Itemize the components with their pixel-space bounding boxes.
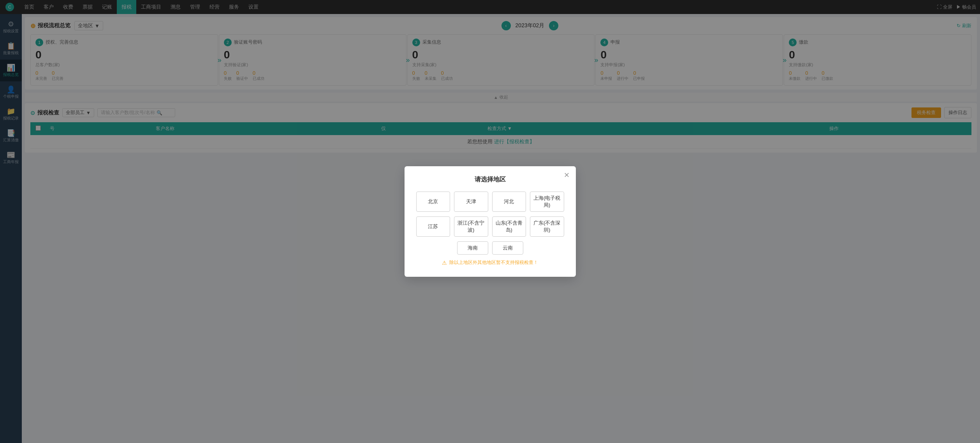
modal-warning: ⚠ 除以上地区外其他地区暂不支持报税检查！ [416,259,564,266]
region-btn-shandong[interactable]: 山东(不含青岛) [492,216,526,237]
modal-warning-text: 除以上地区外其他地区暂不支持报税检查！ [449,259,538,266]
modal-title: 请选择地区 [416,176,564,184]
region-grid-row1: 北京 天津 河北 上海(电子税局) [416,192,564,212]
region-btn-hebei[interactable]: 河北 [492,192,526,212]
region-btn-hainan[interactable]: 海南 [457,241,488,255]
region-btn-yunnan[interactable]: 云南 [492,241,523,255]
region-btn-tianjin[interactable]: 天津 [454,192,488,212]
modal-close-button[interactable]: ✕ [564,172,570,179]
region-grid-row2: 江苏 浙江(不含宁波) 山东(不含青岛) 广东(不含深圳) [416,216,564,237]
region-btn-guangdong[interactable]: 广东(不含深圳) [530,216,564,237]
region-btn-shanghai[interactable]: 上海(电子税局) [530,192,564,212]
region-btn-zhejiang[interactable]: 浙江(不含宁波) [454,216,488,237]
region-grid-row3: 海南 云南 [416,241,564,255]
modal-overlay: ✕ 请选择地区 北京 天津 河北 上海(电子税局) 江苏 浙江(不含宁波) 山东… [0,0,980,443]
warning-icon: ⚠ [442,260,447,266]
modal-box: ✕ 请选择地区 北京 天津 河北 上海(电子税局) 江苏 浙江(不含宁波) 山东… [405,166,576,277]
region-btn-beijing[interactable]: 北京 [416,192,450,212]
region-btn-jiangsu[interactable]: 江苏 [416,216,450,237]
